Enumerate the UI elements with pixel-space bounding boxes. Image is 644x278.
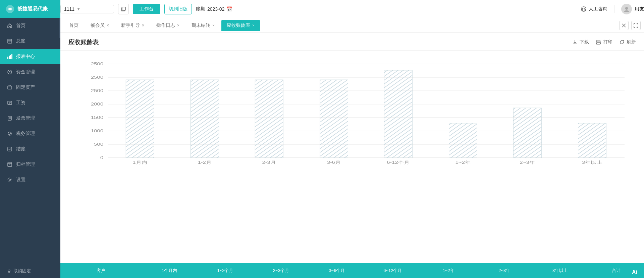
tab-member-close[interactable]: × <box>107 23 109 28</box>
th-2-3month: 2~3个月 <box>253 268 309 274</box>
avatar <box>621 4 632 14</box>
workbench-button[interactable]: 工作台 <box>133 4 160 14</box>
tabs-bar: 首页 畅会员 × 新手引导 × 操作日志 × 期末结转 × 应收账龄表 × <box>60 18 644 33</box>
tax-icon <box>7 131 13 137</box>
svg-point-15 <box>8 70 12 74</box>
tab-period-end-close[interactable]: × <box>212 23 215 28</box>
logo: 畅捷通易代账 <box>0 0 60 18</box>
headset-icon <box>581 6 587 12</box>
sidebar-item-archive[interactable]: 归档管理 <box>0 157 60 172</box>
close-all-icon <box>622 23 626 28</box>
page-toolbar: 下载 打印 刷新 <box>572 39 636 45</box>
sidebar-label-report: 报表中心 <box>16 54 35 60</box>
svg-point-34 <box>600 42 600 43</box>
sidebar-item-salary[interactable]: 工资 <box>0 95 60 111</box>
sidebar-label-ledger: 总账 <box>16 38 25 44</box>
svg-text:2500: 2500 <box>91 75 103 79</box>
svg-text:1500: 1500 <box>91 115 103 120</box>
period-label: 账期 <box>196 6 205 12</box>
report-icon <box>7 54 13 60</box>
th-3-6month: 3~6个月 <box>309 268 365 274</box>
sidebar-item-ledger[interactable]: 总账 <box>0 33 60 49</box>
svg-text:6-12个月: 6-12个月 <box>387 160 410 164</box>
chevron-down-icon: ▼ <box>76 7 80 11</box>
svg-text:1000: 1000 <box>91 129 103 133</box>
ai-label[interactable]: Ai <box>625 267 644 278</box>
copy-button[interactable] <box>118 4 129 14</box>
user-menu[interactable]: 用友 <box>621 4 644 14</box>
tab-home[interactable]: 首页 <box>64 20 84 31</box>
th-3year-plus: 3年以上 <box>532 268 588 274</box>
switch-version-button[interactable]: 切到旧版 <box>164 4 192 14</box>
tab-guide-close[interactable]: × <box>142 23 144 28</box>
svg-rect-24 <box>8 147 12 151</box>
tab-period-end[interactable]: 期末结转 × <box>186 20 220 31</box>
svg-text:500: 500 <box>94 142 103 146</box>
tab-oplog[interactable]: 操作日志 × <box>151 20 185 31</box>
tab-oplog-close[interactable]: × <box>177 23 179 28</box>
salary-icon <box>7 100 13 106</box>
sidebar-label-asset: 固定资产 <box>16 84 35 90</box>
tab-guide[interactable]: 新手引导 × <box>116 20 150 31</box>
home-icon <box>7 23 13 29</box>
th-1month: 1个月内 <box>142 268 197 274</box>
svg-rect-14 <box>11 54 12 59</box>
th-2-3year: 2~3年 <box>477 268 532 274</box>
print-button[interactable]: 打印 <box>596 39 612 45</box>
sidebar-item-asset[interactable]: 固定资产 <box>0 80 60 95</box>
svg-rect-2 <box>122 7 125 10</box>
download-button[interactable]: 下载 <box>572 39 589 45</box>
tab-ar-aging-close[interactable]: × <box>252 23 255 28</box>
settings-icon <box>7 177 13 183</box>
refresh-button[interactable]: 刷新 <box>619 39 636 45</box>
sidebar-label-archive: 归档管理 <box>16 161 35 167</box>
svg-rect-32 <box>597 40 600 42</box>
tab-member-label: 畅会员 <box>91 22 105 28</box>
sidebar-item-home[interactable]: 首页 <box>0 18 60 33</box>
tab-home-label: 首页 <box>69 22 78 28</box>
sidebar-item-settle[interactable]: 结账 <box>0 141 60 157</box>
sidebar-item-report[interactable]: 报表中心 <box>0 49 60 64</box>
th-1-2year: 1~2年 <box>421 268 476 274</box>
svg-text:1~2年: 1~2年 <box>455 160 471 164</box>
sidebar-item-settings[interactable]: 设置 <box>0 172 60 188</box>
sidebar-label-settle: 结账 <box>16 146 25 152</box>
print-icon <box>596 40 601 45</box>
user-name: 用友 <box>635 6 644 12</box>
chart-container: 2500 2500 2500 2000 1500 1000 500 0 1月内 <box>60 51 644 263</box>
svg-rect-17 <box>8 101 12 105</box>
tab-ar-aging-label: 应收账龄表 <box>227 22 250 28</box>
tab-close-all-button[interactable] <box>619 21 629 30</box>
tab-member[interactable]: 畅会员 × <box>85 20 114 31</box>
consult-button[interactable]: 人工咨询 <box>581 6 607 12</box>
svg-text:2500: 2500 <box>91 62 103 66</box>
calendar-icon[interactable]: 📅 <box>226 6 232 12</box>
tab-fullscreen-button[interactable] <box>631 21 641 30</box>
svg-rect-33 <box>597 43 600 44</box>
svg-rect-12 <box>9 56 10 59</box>
th-6-12month: 6~12个月 <box>365 268 421 274</box>
sidebar-item-tax[interactable]: 税务管理 <box>0 126 60 141</box>
svg-rect-16 <box>8 86 12 89</box>
svg-point-6 <box>625 7 628 10</box>
svg-text:2500: 2500 <box>91 88 103 93</box>
consult-label: 人工咨询 <box>589 6 607 12</box>
table-header: 客户 1个月内 1~2个月 2~3个月 3~6个月 6~12个月 1~2年 2~… <box>60 263 644 278</box>
period-value: 2023-02 <box>207 6 224 12</box>
bar-4 <box>320 80 348 158</box>
refresh-label: 刷新 <box>627 39 636 45</box>
fund-icon <box>7 69 13 75</box>
svg-text:3年以上: 3年以上 <box>582 160 602 164</box>
sidebar-label-fund: 资金管理 <box>16 69 35 75</box>
sidebar-item-invoice[interactable]: 发票管理 <box>0 111 60 126</box>
ledger-icon <box>7 38 13 44</box>
company-selector[interactable]: 1111 ▼ <box>60 5 114 13</box>
page-title: 应收账龄表 <box>68 38 99 46</box>
cancel-fixed-button[interactable]: 取消固定 <box>0 264 60 278</box>
logo-text: 畅捷通易代账 <box>17 6 48 12</box>
archive-icon <box>7 161 13 167</box>
bar-3 <box>255 80 283 158</box>
tab-ar-aging[interactable]: 应收账龄表 × <box>221 20 260 31</box>
svg-text:0: 0 <box>100 155 103 160</box>
sidebar-item-fund[interactable]: 资金管理 <box>0 64 60 80</box>
